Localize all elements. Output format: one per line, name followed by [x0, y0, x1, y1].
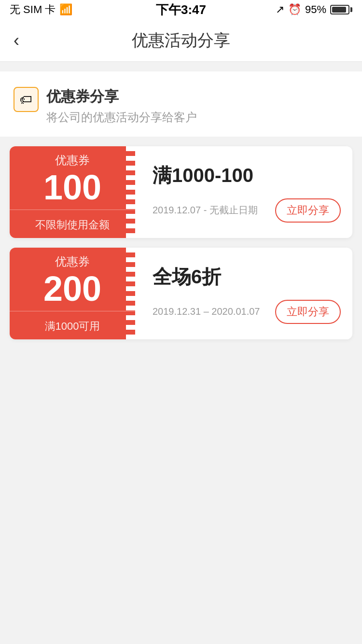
coupon-card: 优惠券 100 不限制使用金额 满1000-100 2019.12.07 - 无… — [10, 146, 352, 238]
coupon-amount-1: 100 — [43, 170, 101, 205]
section-header: 🏷 优惠券分享 将公司的优惠活动分享给客户 — [0, 71, 362, 137]
coupon-date-1: 2019.12.07 - 无截止日期 — [153, 204, 258, 217]
coupon-label-1: 优惠券 — [55, 153, 90, 168]
coupon-amount-2: 200 — [43, 271, 101, 306]
carrier-text: 无 SIM 卡 — [10, 2, 56, 17]
bottom-area — [0, 339, 362, 629]
section-subtitle: 将公司的优惠活动分享给客户 — [46, 110, 197, 125]
coupon-name-1: 满1000-100 — [153, 162, 341, 189]
coupon-right-panel-2: 全场6折 2019.12.31 – 2020.01.07 立即分享 — [135, 248, 352, 339]
location-icon: ↗ — [276, 3, 284, 16]
share-button-1[interactable]: 立即分享 — [275, 198, 341, 223]
coupon-right-panel-1: 满1000-100 2019.12.07 - 无截止日期 立即分享 — [135, 146, 352, 238]
coupon-list: 优惠券 100 不限制使用金额 满1000-100 2019.12.07 - 无… — [0, 146, 362, 339]
coupon-label-2: 优惠券 — [55, 254, 90, 269]
alarm-icon: ⏰ — [288, 3, 301, 16]
coupon-divider-2 — [10, 311, 135, 311]
coupon-divider-1 — [10, 210, 135, 210]
coupon-footer-1: 2019.12.07 - 无截止日期 立即分享 — [153, 198, 341, 223]
coupon-card-2: 优惠券 200 满1000可用 全场6折 2019.12.31 – 2020.0… — [10, 248, 352, 339]
status-bar: 无 SIM 卡 📶 下午3:47 ↗ ⏰ 95% — [0, 0, 362, 19]
section-icon: 🏷 — [14, 87, 39, 112]
coupon-left-panel-2: 优惠券 200 满1000可用 — [10, 248, 135, 339]
share-button-2[interactable]: 立即分享 — [275, 300, 341, 324]
status-right: ↗ ⏰ 95% — [276, 3, 352, 16]
section-text: 优惠券分享 将公司的优惠活动分享给客户 — [46, 87, 197, 125]
coupon-condition-1: 不限制使用金额 — [29, 218, 115, 232]
coupon-name-2: 全场6折 — [153, 264, 341, 290]
coupon-date-2: 2019.12.31 – 2020.01.07 — [153, 306, 260, 317]
coupon-condition-2: 满1000可用 — [39, 319, 106, 334]
wifi-icon: 📶 — [59, 3, 72, 16]
battery-text: 95% — [305, 3, 326, 16]
battery-icon — [330, 5, 352, 14]
back-button[interactable]: ‹ — [14, 32, 19, 49]
status-left: 无 SIM 卡 📶 — [10, 2, 72, 17]
coupon-left-panel: 优惠券 100 不限制使用金额 — [10, 146, 135, 238]
coupon-footer-2: 2019.12.31 – 2020.01.07 立即分享 — [153, 300, 341, 324]
nav-bar: ‹ 优惠活动分享 — [0, 19, 362, 62]
status-time: 下午3:47 — [156, 1, 206, 18]
section-title: 优惠券分享 — [46, 87, 197, 107]
page-title: 优惠活动分享 — [132, 29, 230, 52]
